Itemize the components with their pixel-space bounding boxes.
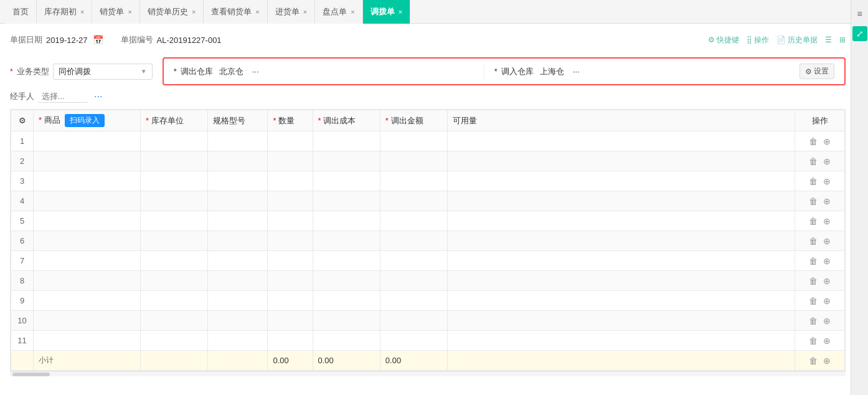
tab-close-sales-order[interactable]: × xyxy=(128,8,131,16)
row-amount[interactable] xyxy=(380,231,447,251)
row-unit[interactable] xyxy=(140,171,207,191)
row-available[interactable] xyxy=(448,151,795,171)
row-unit[interactable] xyxy=(140,151,207,171)
row-goods[interactable] xyxy=(34,331,141,351)
row-qty[interactable] xyxy=(268,171,313,191)
row-amount[interactable] xyxy=(380,251,447,271)
row-qty[interactable] xyxy=(268,191,313,211)
tab-inventory-init[interactable]: 库存期初 × xyxy=(37,0,92,24)
row-available[interactable] xyxy=(448,231,795,251)
row-amount[interactable] xyxy=(380,191,447,211)
delete-icon[interactable]: 🗑 xyxy=(809,176,818,186)
delete-icon[interactable]: 🗑 xyxy=(809,196,818,206)
tab-close-view-sales[interactable]: × xyxy=(255,8,259,16)
handler-more-btn[interactable]: ··· xyxy=(94,91,102,102)
settings-button[interactable]: ⚙ 设置 xyxy=(800,64,834,79)
copy-icon[interactable]: ⊕ xyxy=(823,256,831,266)
row-spec[interactable] xyxy=(208,151,268,171)
history-btn[interactable]: 📄 历史单据 xyxy=(776,35,818,45)
row-amount[interactable] xyxy=(380,331,447,351)
row-amount[interactable] xyxy=(380,131,447,151)
row-cost[interactable] xyxy=(313,211,380,231)
row-unit[interactable] xyxy=(140,211,207,231)
row-unit[interactable] xyxy=(140,291,207,311)
row-qty[interactable] xyxy=(268,291,313,311)
horizontal-scrollbar[interactable] xyxy=(10,371,846,376)
delete-icon[interactable]: 🗑 xyxy=(809,336,818,346)
row-spec[interactable] xyxy=(208,191,268,211)
tab-close-purchase[interactable]: × xyxy=(303,8,307,16)
row-amount[interactable] xyxy=(380,211,447,231)
row-available[interactable] xyxy=(448,191,795,211)
row-goods[interactable] xyxy=(34,191,141,211)
row-available[interactable] xyxy=(448,271,795,291)
tab-sales-order[interactable]: 销货单 × xyxy=(92,0,139,24)
copy-icon[interactable]: ⊕ xyxy=(823,316,831,326)
tab-purchase[interactable]: 进货单 × xyxy=(268,0,315,24)
row-amount[interactable] xyxy=(380,271,447,291)
delete-icon[interactable]: 🗑 xyxy=(809,296,818,306)
tab-sales-history[interactable]: 销货单历史 × xyxy=(140,0,204,24)
row-cost[interactable] xyxy=(313,131,380,151)
row-goods[interactable] xyxy=(34,211,141,231)
row-goods[interactable] xyxy=(34,311,141,331)
row-unit[interactable] xyxy=(140,191,207,211)
subtotal-copy-icon[interactable]: ⊕ xyxy=(823,356,831,366)
row-spec[interactable] xyxy=(208,231,268,251)
delete-icon[interactable]: 🗑 xyxy=(809,216,818,226)
row-cost[interactable] xyxy=(313,291,380,311)
row-available[interactable] xyxy=(448,311,795,331)
row-qty[interactable] xyxy=(268,231,313,251)
row-cost[interactable] xyxy=(313,251,380,271)
row-cost[interactable] xyxy=(313,331,380,351)
shortcut-keys-btn[interactable]: ⚙ 快捷键 xyxy=(708,35,739,45)
row-qty[interactable] xyxy=(268,211,313,231)
tab-transfer[interactable]: 调拨单 × xyxy=(363,0,410,24)
row-spec[interactable] xyxy=(208,171,268,191)
tab-close-transfer[interactable]: × xyxy=(399,8,402,16)
row-unit[interactable] xyxy=(140,331,207,351)
row-amount[interactable] xyxy=(380,171,447,191)
row-available[interactable] xyxy=(448,131,795,151)
row-qty[interactable] xyxy=(268,131,313,151)
row-qty[interactable] xyxy=(268,331,313,351)
copy-icon[interactable]: ⊕ xyxy=(823,216,831,226)
row-qty[interactable] xyxy=(268,251,313,271)
subtotal-delete-icon[interactable]: 🗑 xyxy=(809,356,818,366)
row-spec[interactable] xyxy=(208,251,268,271)
business-type-select[interactable]: 同价调拨 ▼ xyxy=(53,64,153,80)
copy-icon[interactable]: ⊕ xyxy=(823,196,831,206)
row-spec[interactable] xyxy=(208,311,268,331)
handler-input[interactable] xyxy=(38,90,88,103)
copy-icon[interactable]: ⊕ xyxy=(823,276,831,286)
row-amount[interactable] xyxy=(380,291,447,311)
row-goods[interactable] xyxy=(34,171,141,191)
layout-list-btn[interactable]: ☰ xyxy=(825,36,832,44)
warehouse-in-more-btn[interactable]: ··· xyxy=(573,67,580,76)
delete-icon[interactable]: 🗑 xyxy=(809,156,818,166)
row-cost[interactable] xyxy=(313,171,380,191)
row-spec[interactable] xyxy=(208,211,268,231)
row-unit[interactable] xyxy=(140,311,207,331)
row-unit[interactable] xyxy=(140,251,207,271)
tab-home[interactable]: 首页 xyxy=(5,0,37,24)
delete-icon[interactable]: 🗑 xyxy=(809,256,818,266)
delete-icon[interactable]: 🗑 xyxy=(809,316,818,326)
row-amount[interactable] xyxy=(380,151,447,171)
row-available[interactable] xyxy=(448,331,795,351)
row-spec[interactable] xyxy=(208,271,268,291)
sidebar-expand-icon[interactable]: ⤢ xyxy=(852,26,867,41)
row-spec[interactable] xyxy=(208,291,268,311)
row-cost[interactable] xyxy=(313,151,380,171)
row-cost[interactable] xyxy=(313,271,380,291)
warehouse-out-more-btn[interactable]: ··· xyxy=(252,67,259,76)
row-qty[interactable] xyxy=(268,151,313,171)
sidebar-list-icon[interactable]: ≡ xyxy=(852,6,867,21)
row-spec[interactable] xyxy=(208,331,268,351)
row-goods[interactable] xyxy=(34,291,141,311)
layout-grid-btn[interactable]: ⊞ xyxy=(839,36,846,44)
row-unit[interactable] xyxy=(140,271,207,291)
row-cost[interactable] xyxy=(313,191,380,211)
row-goods[interactable] xyxy=(34,151,141,171)
col-settings[interactable]: ⚙ xyxy=(11,110,34,131)
